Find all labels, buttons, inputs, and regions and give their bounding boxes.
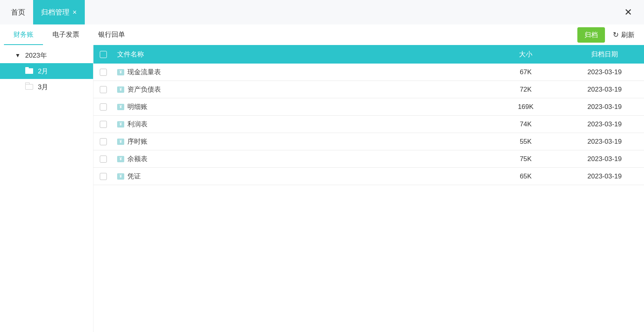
row-name-cell: 序时账: [113, 133, 486, 150]
folder-icon: [25, 68, 33, 74]
row-size-cell: 65K: [486, 168, 565, 185]
refresh-label: 刷新: [621, 30, 635, 39]
row-checkbox-cell: [93, 116, 113, 133]
close-icon: ✕: [624, 7, 632, 18]
content-area: ▼ 2023年 2月3月 文件名称 大小 归档日期 现金流量表67K2023-0…: [0, 45, 644, 332]
row-checkbox[interactable]: [100, 103, 107, 111]
row-checkbox[interactable]: [100, 138, 107, 145]
row-checkbox-cell: [93, 168, 113, 185]
table-row[interactable]: 现金流量表67K2023-03-19: [93, 64, 644, 81]
archive-button[interactable]: 归档: [577, 27, 605, 43]
row-date-cell: 2023-03-19: [565, 168, 644, 185]
file-icon: [117, 121, 124, 128]
row-checkbox-cell: [93, 98, 113, 116]
file-icon: [117, 104, 124, 110]
row-size-cell: 67K: [486, 64, 565, 81]
refresh-button[interactable]: ↻ 刷新: [613, 30, 635, 39]
caret-down-icon: ▼: [15, 52, 21, 58]
row-date-cell: 2023-03-19: [565, 133, 644, 150]
table-row[interactable]: 凭证65K2023-03-19: [93, 168, 644, 185]
table-header-row: 文件名称 大小 归档日期: [93, 45, 644, 64]
close-all-tabs-button[interactable]: ✕: [622, 6, 635, 19]
row-size-cell: 74K: [486, 116, 565, 133]
table-row[interactable]: 余额表75K2023-03-19: [93, 150, 644, 168]
row-checkbox[interactable]: [100, 121, 107, 128]
file-name: 资产负债表: [127, 86, 161, 93]
tree-month-node[interactable]: 2月: [0, 63, 93, 79]
file-name: 明细账: [127, 103, 147, 111]
file-table: 文件名称 大小 归档日期 现金流量表67K2023-03-19资产负债表72K2…: [93, 45, 644, 185]
file-icon: [117, 86, 124, 93]
file-icon: [117, 69, 124, 75]
file-table-wrap: 文件名称 大小 归档日期 现金流量表67K2023-03-19资产负债表72K2…: [93, 45, 644, 332]
row-name-cell: 现金流量表: [113, 64, 486, 81]
row-size-cell: 55K: [486, 133, 565, 150]
tab-archive-management[interactable]: 归档管理 ×: [33, 0, 85, 24]
top-tab-bar: 首页 归档管理 × ✕: [0, 0, 644, 24]
row-size-cell: 72K: [486, 81, 565, 98]
subtab-bank-receipt-label: 银行回单: [98, 30, 125, 39]
row-size-cell: 75K: [486, 150, 565, 168]
file-name: 序时账: [127, 138, 147, 145]
row-date-cell: 2023-03-19: [565, 150, 644, 168]
header-date: 归档日期: [565, 45, 644, 64]
table-row[interactable]: 利润表74K2023-03-19: [93, 116, 644, 133]
row-date-cell: 2023-03-19: [565, 64, 644, 81]
sub-tab-group: 财务账 电子发票 银行回单: [4, 24, 134, 45]
file-name: 余额表: [127, 155, 147, 163]
file-name: 凭证: [127, 173, 141, 180]
tree-month-label: 2月: [38, 67, 48, 76]
file-name: 利润表: [127, 120, 147, 128]
row-checkbox[interactable]: [100, 69, 107, 76]
file-icon: [117, 173, 124, 180]
file-icon: [117, 156, 124, 162]
row-name-cell: 明细账: [113, 98, 486, 116]
archive-button-label: 归档: [584, 31, 598, 39]
select-all-checkbox[interactable]: [100, 51, 107, 58]
row-checkbox[interactable]: [100, 156, 107, 163]
table-row[interactable]: 资产负债表72K2023-03-19: [93, 81, 644, 98]
folder-icon: [25, 84, 33, 90]
subtab-einvoice[interactable]: 电子发票: [43, 24, 89, 45]
row-checkbox-cell: [93, 133, 113, 150]
refresh-icon: ↻: [613, 30, 619, 39]
subtab-finance-label: 财务账: [13, 30, 34, 39]
tab-home[interactable]: 首页: [3, 0, 33, 24]
row-checkbox[interactable]: [100, 173, 107, 180]
tab-close-icon[interactable]: ×: [73, 8, 77, 17]
tab-archive-label: 归档管理: [41, 8, 69, 17]
row-date-cell: 2023-03-19: [565, 81, 644, 98]
file-icon: [117, 139, 124, 145]
row-name-cell: 利润表: [113, 116, 486, 133]
row-checkbox-cell: [93, 81, 113, 98]
file-name: 现金流量表: [127, 68, 161, 76]
row-name-cell: 凭证: [113, 168, 486, 185]
row-name-cell: 余额表: [113, 150, 486, 168]
header-checkbox-cell: [93, 45, 113, 64]
subtab-finance[interactable]: 财务账: [4, 24, 43, 45]
tree-month-node[interactable]: 3月: [0, 79, 93, 95]
row-size-cell: 169K: [486, 98, 565, 116]
row-checkbox[interactable]: [100, 86, 107, 93]
tree-month-label: 3月: [38, 83, 48, 92]
sub-toolbar: 财务账 电子发票 银行回单 归档 ↻ 刷新: [0, 24, 644, 45]
tab-home-label: 首页: [11, 8, 25, 17]
row-name-cell: 资产负债表: [113, 81, 486, 98]
table-row[interactable]: 序时账55K2023-03-19: [93, 133, 644, 150]
row-checkbox-cell: [93, 64, 113, 81]
folder-tree: ▼ 2023年 2月3月: [0, 45, 93, 332]
tree-year-label: 2023年: [25, 51, 47, 60]
row-checkbox-cell: [93, 150, 113, 168]
row-date-cell: 2023-03-19: [565, 116, 644, 133]
action-group: 归档 ↻ 刷新: [577, 27, 640, 43]
row-date-cell: 2023-03-19: [565, 98, 644, 116]
subtab-einvoice-label: 电子发票: [52, 30, 79, 39]
tree-year-node[interactable]: ▼ 2023年: [0, 47, 93, 63]
header-size: 大小: [486, 45, 565, 64]
subtab-bank-receipt[interactable]: 银行回单: [89, 24, 134, 45]
header-name: 文件名称: [113, 45, 486, 64]
table-row[interactable]: 明细账169K2023-03-19: [93, 98, 644, 116]
